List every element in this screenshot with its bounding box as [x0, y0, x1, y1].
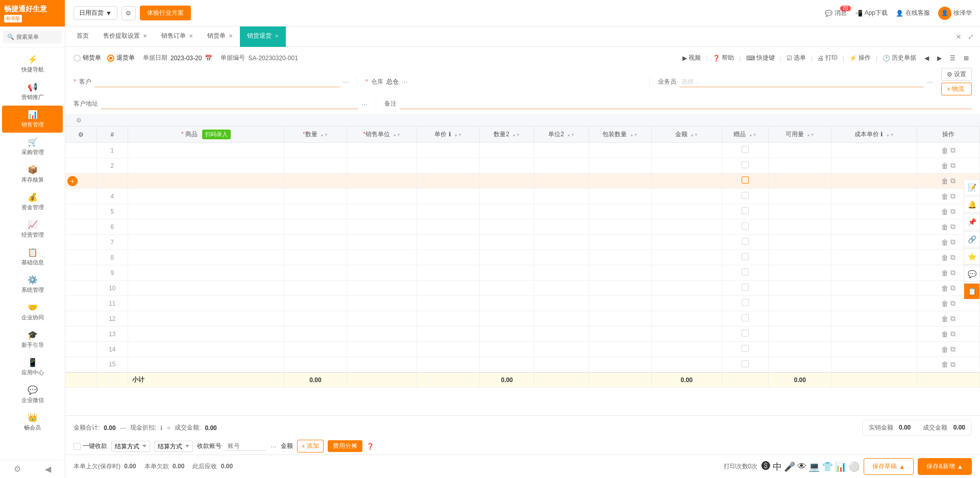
price-cell[interactable] — [417, 173, 479, 189]
tab-close-icon[interactable]: ✕ — [189, 33, 193, 39]
radio-return-label[interactable]: 退货单 — [107, 54, 135, 62]
copy-row-button[interactable]: ⧉ — [950, 314, 955, 323]
table-container[interactable]: ⚙ # * 商品 扫码录入 *数量 ▲▼ — [65, 127, 980, 415]
shortcut-btn[interactable]: ⌨ 快捷键 — [743, 52, 778, 64]
right-icon-chat[interactable]: 💬 — [964, 266, 980, 282]
delete-row-button[interactable]: 🗑 — [941, 284, 948, 292]
copy-row-button[interactable]: ⧉ — [950, 146, 955, 155]
tab-close-icon[interactable]: ✕ — [229, 33, 233, 39]
gift-checkbox[interactable] — [742, 146, 749, 153]
goods-cell[interactable] — [128, 143, 284, 158]
goods-input[interactable] — [130, 147, 282, 154]
address-more-icon[interactable]: ··· — [361, 100, 368, 108]
unit2-cell[interactable] — [534, 173, 589, 189]
amount-cell[interactable] — [651, 173, 722, 189]
delete-row-button[interactable]: 🗑 — [941, 177, 948, 185]
warehouse-more-icon[interactable]: ··· — [402, 78, 408, 86]
video-btn[interactable]: ▶ 视频 — [679, 52, 704, 64]
delete-row-button[interactable]: 🗑 — [941, 192, 948, 200]
price-cell[interactable] — [417, 158, 479, 173]
delete-row-button[interactable]: 🗑 — [941, 315, 948, 323]
delete-row-button[interactable]: 🗑 — [941, 238, 948, 246]
pkgqty-cell[interactable] — [589, 158, 651, 173]
copy-row-button[interactable]: ⧉ — [950, 360, 955, 369]
im-icon-4[interactable]: 👁 — [797, 461, 806, 472]
cost-cell[interactable] — [831, 173, 917, 189]
delete-row-button[interactable]: 🗑 — [941, 223, 948, 231]
sidebar-item-appstore[interactable]: 📱 应用中心 — [2, 354, 63, 381]
qty2-cell[interactable] — [479, 143, 534, 158]
header-gear-button[interactable]: ⚙ — [121, 6, 136, 20]
unit2-cell[interactable] — [534, 143, 589, 158]
im-icon-5[interactable]: 💻 — [808, 461, 820, 472]
tab-expand-button[interactable]: ⤢ — [966, 31, 976, 43]
im-icon-8[interactable]: ⚪ — [848, 461, 860, 472]
goods-cell[interactable] — [128, 173, 284, 189]
sidebar-item-sales[interactable]: 📊 销售管理 — [2, 106, 63, 133]
avail-cell[interactable] — [769, 158, 831, 173]
right-icon-star[interactable]: ⭐ — [964, 248, 980, 265]
goods-input-active[interactable] — [130, 178, 282, 185]
salesman-more-icon[interactable]: ··· — [927, 78, 933, 86]
add-payment-button[interactable]: + 添加 — [297, 440, 324, 452]
sidebar-item-newbie[interactable]: 🎓 新手引导 — [2, 326, 63, 353]
help-btn[interactable]: ❓ 帮助 — [709, 52, 737, 64]
gift-checkbox[interactable] — [742, 177, 749, 184]
address-input[interactable] — [101, 98, 358, 109]
delete-row-button[interactable]: 🗑 — [941, 146, 948, 155]
tab-sales-return[interactable]: 销货退货 ✕ — [240, 27, 286, 47]
right-icon-orange[interactable]: 📋 — [964, 283, 980, 299]
im-icon-1[interactable]: 🅢 — [762, 461, 771, 472]
tab-price-setting[interactable]: 售价提取设置 ✕ — [96, 27, 154, 47]
print-btn[interactable]: 🖨 打印 — [815, 52, 841, 64]
qty-cell[interactable] — [284, 158, 347, 173]
sidebar-item-marketing[interactable]: 📢 营销推广 — [2, 78, 63, 105]
delete-row-button[interactable]: 🗑 — [941, 360, 948, 368]
note-input[interactable] — [400, 98, 972, 109]
history-btn[interactable]: 🕐 历史单据 — [879, 52, 919, 64]
search-menu-button[interactable]: 🔍 搜索菜单 — [3, 31, 62, 43]
copy-row-button[interactable]: ⧉ — [950, 222, 955, 231]
th-cfg[interactable]: ⚙ — [65, 127, 96, 143]
copy-row-button[interactable]: ⧉ — [950, 161, 955, 170]
delete-row-button[interactable]: 🗑 — [941, 269, 948, 277]
im-icon-2[interactable]: 中 — [773, 461, 782, 473]
sidebar-item-wechat[interactable]: 💬 企业微信 — [2, 381, 63, 408]
gift-cell[interactable] — [722, 173, 769, 189]
save-draft-button[interactable]: 保存草稿 ▲ — [864, 458, 914, 475]
amount-cell[interactable] — [651, 158, 722, 173]
copy-row-button[interactable]: ⧉ — [950, 238, 955, 246]
sidebar-item-enterprise[interactable]: 🤝 企业协同 — [2, 298, 63, 325]
pkgqty-cell[interactable] — [589, 173, 651, 189]
collection-checkbox[interactable] — [74, 443, 81, 450]
copy-row-button[interactable]: ⧉ — [950, 177, 955, 185]
table-config-icon[interactable]: ⚙ — [69, 117, 88, 124]
goods-cell[interactable] — [128, 158, 284, 173]
message-button[interactable]: 💬 消息 70 — [825, 9, 847, 17]
im-icon-3[interactable]: 🎤 — [784, 461, 795, 472]
copy-row-button[interactable]: ⧉ — [950, 253, 955, 262]
customer-more-icon[interactable]: ··· — [343, 78, 349, 86]
unit-cell[interactable] — [347, 158, 417, 173]
copy-row-button[interactable]: ⧉ — [950, 192, 955, 200]
one-key-collection-checkbox[interactable]: 一键收款 — [74, 442, 107, 450]
delete-row-button[interactable]: 🗑 — [941, 345, 948, 354]
qty-cell[interactable] — [284, 143, 347, 158]
experience-button[interactable]: 体验行业方案 — [140, 6, 191, 20]
calc-info-icon[interactable]: ℹ — [160, 424, 163, 432]
sidebar-item-inventory[interactable]: 📦 库存核算 — [2, 161, 63, 188]
save-new-button[interactable]: 保存&新增 ▲ — [918, 458, 972, 475]
right-icon-flag[interactable]: 📌 — [964, 214, 980, 230]
add-row-button[interactable]: + — [67, 176, 78, 186]
operate-btn[interactable]: ⚡ 操作 — [846, 52, 874, 64]
right-icon-bell[interactable]: 🔔 — [964, 196, 980, 213]
im-icon-6[interactable]: 👕 — [822, 461, 833, 472]
online-service-button[interactable]: 👤 在线客服 — [896, 9, 930, 17]
cost-cell[interactable] — [831, 158, 917, 173]
avail-cell[interactable] — [769, 173, 831, 189]
avail-cell[interactable] — [769, 143, 831, 158]
calc-method-select[interactable]: 结算方式 — [154, 441, 193, 452]
sidebar-item-operation[interactable]: 📈 经营管理 — [2, 216, 63, 243]
qty-cell[interactable] — [284, 173, 347, 189]
sidebar-item-finance[interactable]: 💰 资金管理 — [2, 188, 63, 215]
